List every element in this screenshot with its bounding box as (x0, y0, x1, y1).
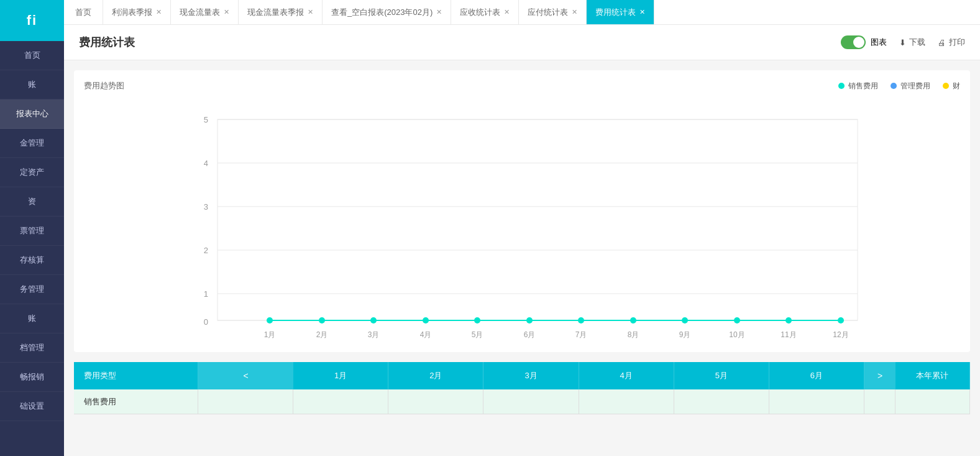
td-jun (769, 389, 864, 414)
legend-label-admin: 管理费用 (900, 81, 930, 91)
svg-point-15 (370, 317, 377, 323)
tab-cashflow[interactable]: 现金流量表 ✕ (171, 0, 239, 25)
th-feb: 2月 (388, 362, 483, 389)
print-button[interactable]: 🖨 打印 (938, 37, 965, 48)
th-jan: 1月 (293, 362, 388, 389)
table-nav-next[interactable]: > (864, 362, 895, 389)
sidebar-item-service[interactable]: 务管理 (0, 275, 64, 304)
td-empty-nav (198, 389, 293, 414)
td-apr (579, 389, 674, 414)
svg-text:5: 5 (204, 115, 208, 124)
svg-point-19 (578, 317, 584, 323)
svg-point-21 (682, 317, 688, 323)
page-header: 费用统计表 图表 ⬇ 下载 🖨 打印 (64, 25, 980, 60)
tab-profit[interactable]: 利润表季报 ✕ (103, 0, 171, 25)
tab-payable[interactable]: 应付统计表 ✕ (519, 0, 587, 25)
svg-text:3月: 3月 (368, 330, 380, 339)
tab-blank-report[interactable]: 查看_空白报表(2023年02月) ✕ (323, 0, 451, 25)
svg-point-14 (319, 317, 325, 323)
svg-point-13 (267, 317, 273, 323)
legend-dot-sales (838, 83, 845, 89)
sidebar-item-account[interactable]: 账 (0, 70, 64, 100)
close-icon[interactable]: ✕ (224, 8, 229, 16)
tab-expense-stats[interactable]: 费用统计表 ✕ (587, 0, 654, 25)
sidebar-logo: fi (0, 0, 64, 41)
sidebar-item-assets[interactable]: 定资产 (0, 158, 64, 187)
tab-receivable[interactable]: 应收统计表 ✕ (451, 0, 519, 25)
td-may (674, 389, 769, 414)
td-feb (388, 389, 483, 414)
svg-text:5月: 5月 (472, 330, 483, 339)
sidebar-item-expense[interactable]: 畅报销 (0, 363, 64, 392)
table-area: 费用类型 < 1月 2月 3月 4月 5月 6月 > 本年累计 销售费用 (74, 362, 970, 414)
download-icon: ⬇ (899, 38, 906, 47)
svg-text:2: 2 (204, 246, 208, 255)
th-jun: 6月 (769, 362, 864, 389)
chart-toggle-wrap: 图表 (841, 35, 887, 49)
svg-text:2月: 2月 (316, 330, 328, 339)
legend-finance: 财 (943, 81, 960, 91)
th-apr: 4月 (579, 362, 674, 389)
main-content: 首页 利润表季报 ✕ 现金流量表 ✕ 现金流量表季报 ✕ 查看_空白报表(202… (64, 0, 980, 456)
legend-label-sales: 销售费用 (848, 81, 878, 91)
close-icon[interactable]: ✕ (436, 8, 442, 16)
svg-text:3: 3 (204, 202, 208, 212)
svg-text:7月: 7月 (575, 330, 587, 339)
svg-point-24 (838, 317, 844, 323)
close-icon[interactable]: ✕ (308, 8, 313, 16)
sidebar-item-ledger[interactable]: 账 (0, 304, 64, 333)
close-icon[interactable]: ✕ (639, 8, 645, 16)
td-empty-nav2 (864, 389, 895, 414)
table-header: 费用类型 < 1月 2月 3月 4月 5月 6月 > 本年累计 (74, 362, 970, 389)
tabs-bar: 首页 利润表季报 ✕ 现金流量表 ✕ 现金流量表季报 ✕ 查看_空白报表(202… (64, 0, 980, 25)
table-nav-prev[interactable]: < (198, 362, 293, 389)
chart-header: 费用趋势图 销售费用 管理费用 财 (84, 80, 960, 91)
legend-admin: 管理费用 (891, 81, 930, 91)
sidebar-item-home[interactable]: 首页 (0, 41, 64, 70)
legend-sales: 销售费用 (838, 81, 878, 91)
th-ytd: 本年累计 (895, 362, 970, 389)
legend-dot-finance (943, 83, 949, 89)
svg-text:4月: 4月 (420, 330, 432, 339)
svg-point-23 (785, 317, 792, 323)
close-icon[interactable]: ✕ (504, 8, 510, 16)
page-content: 费用统计表 图表 ⬇ 下载 🖨 打印 费用趋势图 (64, 25, 980, 456)
svg-point-17 (474, 317, 480, 323)
print-icon: 🖨 (938, 38, 946, 47)
chart-area: 费用趋势图 销售费用 管理费用 财 (74, 70, 970, 352)
tab-cashflow-quarterly[interactable]: 现金流量表季报 ✕ (239, 0, 323, 25)
th-may: 5月 (674, 362, 769, 389)
svg-text:4: 4 (204, 159, 208, 168)
svg-text:0: 0 (204, 317, 208, 327)
legend-dot-admin (891, 83, 897, 89)
sidebar-item-cash[interactable]: 金管理 (0, 129, 64, 158)
chart-svg-container: 5 4 3 2 1 0 (84, 98, 960, 342)
sidebar: fi 首页 账 报表中心 金管理 定资产 资 票管理 存核算 务管理 账 档管理… (0, 0, 64, 456)
th-type: 费用类型 (74, 362, 198, 389)
sidebar-item-inventory[interactable]: 存核算 (0, 246, 64, 275)
svg-text:10月: 10月 (729, 330, 744, 339)
sidebar-item-reports[interactable]: 报表中心 (0, 100, 64, 129)
sidebar-item-capital[interactable]: 资 (0, 187, 64, 216)
tab-home[interactable]: 首页 (64, 0, 103, 25)
th-mar: 3月 (483, 362, 579, 389)
close-icon[interactable]: ✕ (156, 8, 162, 16)
sidebar-item-settings[interactable]: 础设置 (0, 392, 64, 421)
download-button[interactable]: ⬇ 下载 (899, 37, 925, 48)
svg-text:8月: 8月 (628, 330, 639, 339)
legend-label-finance: 财 (953, 81, 960, 91)
sidebar-item-archive[interactable]: 档管理 (0, 333, 64, 363)
svg-text:6月: 6月 (524, 330, 536, 339)
sidebar-item-invoice[interactable]: 票管理 (0, 216, 64, 246)
td-mar (483, 389, 579, 414)
table-row: 销售费用 (74, 389, 970, 414)
td-type: 销售费用 (74, 389, 198, 414)
page-title: 费用统计表 (79, 35, 135, 50)
svg-point-22 (734, 317, 740, 323)
chart-toggle[interactable] (841, 35, 866, 49)
chart-legend: 销售费用 管理费用 财 (838, 81, 960, 91)
svg-point-20 (630, 317, 636, 323)
svg-text:9月: 9月 (679, 330, 691, 339)
close-icon[interactable]: ✕ (572, 8, 577, 16)
svg-text:12月: 12月 (833, 330, 848, 339)
